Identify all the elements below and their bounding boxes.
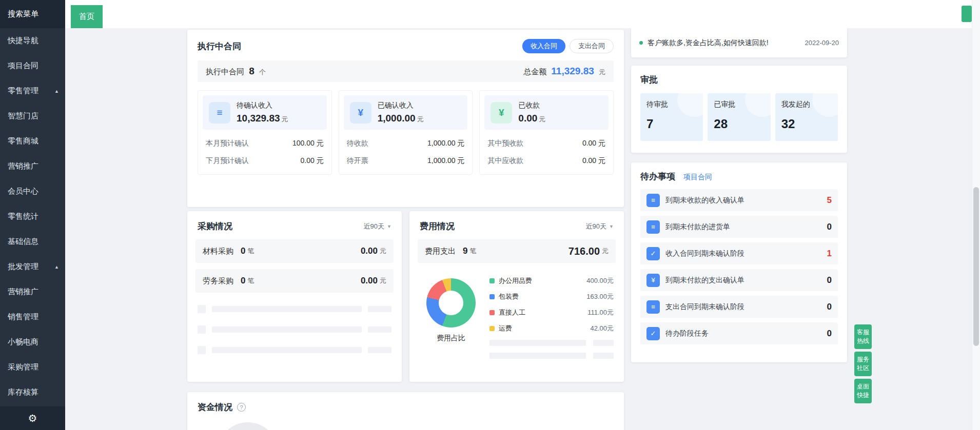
- legend-item: 包装费163.00元: [489, 292, 614, 301]
- payment-icon: ¥: [646, 274, 660, 287]
- sidebar-item[interactable]: 采购管理: [0, 355, 65, 380]
- expense-count: 9: [463, 246, 467, 256]
- legend-label: 直接人工: [499, 308, 525, 317]
- gear-icon[interactable]: ⚙: [28, 412, 37, 424]
- scrollbar-thumb[interactable]: [973, 187, 979, 346]
- approval-card: 审批 待审批7已审批28我发起的32: [631, 66, 847, 153]
- contract-stat-top: ¥已确认收入1,000.00元: [344, 95, 468, 130]
- service-community-button[interactable]: 服务社区: [854, 352, 872, 376]
- skeleton-bar: [593, 340, 614, 346]
- sidebar-footer: ⚙: [0, 406, 65, 430]
- chevron-up-icon: ▲: [54, 89, 59, 94]
- skeleton-row: [198, 346, 391, 354]
- legend-color-swatch: [489, 310, 495, 315]
- news-item[interactable]: 客户账款多,资金占比高,如何快速回款! 2022-09-20: [631, 28, 847, 57]
- todo-item[interactable]: ≡支出合同到期未确认阶段0: [640, 296, 838, 318]
- expense-range-label: 近90天: [586, 222, 606, 231]
- expense-card-header: 费用情况 近90天 ▼: [409, 211, 624, 239]
- sidebar-item[interactable]: 零售商城: [0, 129, 65, 154]
- todo-item[interactable]: ✓待办阶段任务0: [640, 322, 838, 344]
- contract-detail-rows: 本月预计确认100.00 元下月预计确认0.00 元: [203, 130, 327, 170]
- todo-item[interactable]: ≡到期未付款的进货单0: [640, 216, 838, 238]
- sidebar-item[interactable]: 快捷导航: [0, 28, 65, 53]
- sidebar-item-label: 采购管理: [8, 362, 38, 372]
- todo-item-count: 0: [827, 302, 832, 312]
- legend-item: 运费42.00元: [489, 324, 614, 333]
- project-contract-link[interactable]: 项目合同: [683, 173, 712, 182]
- skeleton-bar: [368, 306, 391, 312]
- todo-item[interactable]: ¥到期未付款的支出确认单0: [640, 269, 838, 291]
- contracts-card-title: 执行中合同: [198, 40, 241, 52]
- value-unit: 元: [539, 115, 545, 123]
- contracts-card: 执行中合同 收入合同 支出合同 执行中合同 8 个 总金额 11,329.83 …: [187, 30, 624, 207]
- approval-stat-box[interactable]: 我发起的32: [775, 93, 838, 141]
- fund-card-title: 资金情况: [198, 401, 232, 413]
- todo-item-label: 支出合同到期未确认阶段: [665, 302, 744, 312]
- todo-item-count: 0: [827, 222, 832, 232]
- help-icon[interactable]: ?: [237, 403, 246, 412]
- contract-stat-label: 已收款: [518, 101, 545, 110]
- contract-detail-rows: 其中预收款0.00 元其中应收款0.00 元: [484, 130, 609, 170]
- todo-item[interactable]: ✓收入合同到期未确认阶段1: [640, 242, 838, 264]
- contract-count-label: 执行中合同: [206, 67, 244, 76]
- expense-total: 716.00: [569, 245, 600, 257]
- yuan-circle-icon: ¥: [491, 102, 512, 124]
- sidebar-item[interactable]: 营销推广: [0, 279, 65, 304]
- desktop-shortcut-button[interactable]: 桌面快捷: [854, 379, 872, 403]
- approval-stat-label: 已审批: [714, 100, 764, 109]
- income-contract-button[interactable]: 收入合同: [522, 39, 565, 53]
- sidebar-menu: 快捷导航项目合同零售管理▲智慧门店零售商城营销推广会员中心零售统计基础信息批发管…: [0, 28, 65, 406]
- legend-label: 办公用品费: [499, 276, 532, 285]
- customer-service-button[interactable]: 客服热线: [854, 324, 872, 349]
- sidebar-item-label: 批发管理: [8, 262, 38, 272]
- expense-legend: 办公用品费400.00元包装费163.00元直接人工111.00元运费42.00…: [482, 276, 614, 365]
- sidebar-item[interactable]: 库存核算: [0, 380, 65, 405]
- expense-donut-label: 费用占比: [420, 334, 482, 343]
- contract-stat-box: ¥已收款0.00元其中预收款0.00 元其中应收款0.00 元: [479, 90, 614, 175]
- sidebar-item-label: 零售管理: [8, 86, 38, 96]
- sidebar-item[interactable]: 销售管理: [0, 304, 65, 330]
- task-icon: ✓: [646, 327, 660, 340]
- sidebar-item[interactable]: 基础信息: [0, 229, 65, 254]
- purchase-range-select[interactable]: 近90天 ▼: [364, 222, 391, 231]
- approval-stat-box[interactable]: 待审批7: [640, 93, 703, 141]
- sidebar-item[interactable]: 会员中心: [0, 179, 65, 204]
- approval-stat-box[interactable]: 已审批28: [708, 93, 770, 141]
- todo-item-label: 到期未付款的支出确认单: [665, 276, 744, 285]
- sidebar-item[interactable]: 零售管理▲: [0, 78, 65, 104]
- tab-home[interactable]: 首页: [71, 5, 103, 28]
- contract-stat-top: ¥已收款0.00元: [484, 95, 609, 130]
- sidebar-item[interactable]: 智慧门店: [0, 104, 65, 129]
- contract-detail-row: 待开票1,000.00 元: [347, 152, 465, 170]
- skeleton-square: [198, 305, 206, 313]
- expense-range-select[interactable]: 近90天 ▼: [586, 222, 614, 231]
- approval-stat-label: 待审批: [646, 100, 697, 109]
- detail-label: 其中预收款: [487, 139, 523, 148]
- sidebar-item[interactable]: 营销推广: [0, 154, 65, 179]
- vertical-scrollbar[interactable]: [972, 0, 980, 430]
- contract-count-value: 8: [249, 66, 254, 76]
- todo-item[interactable]: ≡到期未收款的收入确认单5: [640, 189, 838, 211]
- sidebar-item-label: 快捷导航: [8, 36, 38, 46]
- sidebar-item[interactable]: 项目合同: [0, 53, 65, 78]
- sidebar-item[interactable]: 零售统计: [0, 204, 65, 229]
- purchase-range-label: 近90天: [364, 222, 384, 231]
- sidebar-search[interactable]: 搜索菜单: [0, 0, 65, 28]
- sidebar-item-label: 会员中心: [8, 187, 38, 196]
- skeleton-row: [198, 325, 391, 334]
- news-date: 2022-09-20: [800, 39, 839, 47]
- detail-value: 1,000.00 元: [427, 156, 464, 166]
- skeleton-bar: [593, 353, 614, 359]
- purchase-order-icon: ≡: [646, 220, 660, 234]
- approval-stat-value: 32: [781, 117, 832, 131]
- main-content: 执行中合同 收入合同 支出合同 执行中合同 8 个 总金额 11,329.83 …: [65, 28, 980, 430]
- detail-value: 1,000.00 元: [427, 139, 464, 148]
- purchase-row-label: 材料采购: [203, 247, 233, 256]
- sidebar-item[interactable]: 批发管理▲: [0, 254, 65, 279]
- contract-total-unit: 元: [599, 68, 605, 76]
- todo-card-title: 待办事项: [640, 171, 675, 182]
- tabbar-scroll-button[interactable]: [962, 6, 972, 22]
- sidebar-item[interactable]: 小畅电商: [0, 330, 65, 355]
- skeleton-row: [198, 305, 391, 313]
- expense-contract-button[interactable]: 支出合同: [570, 39, 614, 53]
